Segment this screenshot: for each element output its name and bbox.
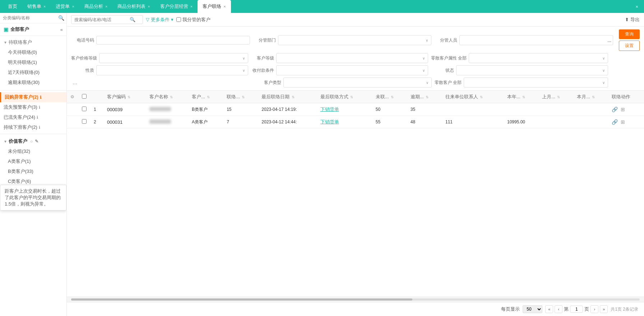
- col-contact[interactable]: 联络... ⇅: [223, 91, 258, 103]
- col-code-sort[interactable]: ⇅: [128, 95, 130, 99]
- next-page-button[interactable]: ›: [590, 305, 598, 313]
- col-unit-contact-sort[interactable]: ⇅: [480, 95, 483, 99]
- nav-home[interactable]: 首页: [3, 0, 22, 13]
- col-settings[interactable]: ⚙: [67, 91, 78, 103]
- filter-more-conditions[interactable]: ▽ 更多条件 ▾: [146, 16, 173, 23]
- row2-link-icon[interactable]: 🔗: [612, 119, 618, 125]
- row1-checkbox[interactable]: [78, 103, 90, 116]
- sidebar-item-7days[interactable]: 近7天待联络(0): [0, 67, 66, 77]
- query-button[interactable]: 查询: [619, 29, 640, 39]
- nav-product-analysis-list-close[interactable]: ×: [148, 4, 150, 9]
- waiting-group-title[interactable]: ▼ 待联络客户: [0, 37, 66, 47]
- all-customers-header[interactable]: ▣ 全部客户 «: [0, 23, 66, 36]
- value-group-refresh-icon[interactable]: ○: [30, 139, 33, 144]
- row2-code[interactable]: 000031: [103, 116, 146, 128]
- sidebar-item-tomorrow[interactable]: 明天待联络(1): [0, 57, 66, 67]
- col-this-month-sort[interactable]: ⇅: [592, 95, 595, 99]
- nav-customer-contact-close[interactable]: ×: [223, 4, 226, 9]
- col-last-contact-way-sort[interactable]: ⇅: [350, 95, 353, 99]
- row2-checkbox[interactable]: [78, 116, 90, 128]
- settings-button[interactable]: 设置: [619, 41, 640, 51]
- col-checkbox[interactable]: [78, 91, 90, 103]
- col-overdue[interactable]: 逾期... ⇅: [407, 91, 442, 103]
- col-this-month[interactable]: 本月... ⇅: [573, 91, 608, 103]
- sidebar-search-input[interactable]: [3, 15, 57, 20]
- nav-product-analysis-close[interactable]: ×: [105, 4, 107, 9]
- row1-grid-icon[interactable]: ⊞: [621, 107, 625, 112]
- filter-search-icon[interactable]: 🔍: [130, 17, 135, 22]
- col-category[interactable]: 客户... ⇅: [188, 91, 223, 103]
- row1-code[interactable]: 000039: [103, 103, 146, 116]
- nav-customer-tier[interactable]: 客户分层经营 ×: [155, 0, 198, 13]
- col-code[interactable]: 客户编码 ⇅: [103, 91, 146, 103]
- sidebar-item-today[interactable]: 今天待联络(0): [0, 47, 66, 57]
- col-last-month[interactable]: 上月... ⇅: [538, 91, 573, 103]
- col-uncontacted-sort[interactable]: ⇅: [391, 95, 394, 99]
- sidebar-item-repurchase-anomaly[interactable]: 回购异常客户(2) ℹ: [0, 92, 66, 102]
- filter-scattered-customer-select[interactable]: ∨: [464, 77, 608, 88]
- nav-purchase[interactable]: 进货单 ×: [51, 0, 79, 13]
- col-this-year-sort[interactable]: ⇅: [522, 95, 525, 99]
- col-last-month-sort[interactable]: ⇅: [557, 95, 560, 99]
- prev-page-button[interactable]: ‹: [555, 305, 562, 313]
- value-group-edit-icon[interactable]: ✎: [35, 139, 38, 144]
- nav-sales-close[interactable]: ×: [43, 4, 46, 9]
- filter-price-grade-select[interactable]: ∨: [99, 53, 248, 63]
- row1-last-contact-way[interactable]: 下销货单: [317, 103, 372, 116]
- col-overdue-sort[interactable]: ⇅: [426, 95, 428, 99]
- per-page-select[interactable]: 50 100 200: [523, 305, 542, 313]
- window-close-button[interactable]: ×: [633, 0, 641, 13]
- row2-last-contact-way-link[interactable]: 下销货单: [320, 119, 339, 124]
- col-this-year[interactable]: 本年... ⇅: [504, 91, 538, 103]
- row1-link-icon[interactable]: 🔗: [612, 107, 618, 112]
- filter-customer-grade-select[interactable]: ∨: [276, 53, 428, 63]
- sidebar-search-icon[interactable]: 🔍: [58, 15, 64, 21]
- filter-scattered-attr-select[interactable]: ∨: [469, 53, 608, 63]
- filter-nature-select[interactable]: ∨: [96, 65, 248, 75]
- value-group-title[interactable]: ▼ 价值客户 ○ ✎: [0, 136, 66, 146]
- nav-purchase-close[interactable]: ×: [72, 4, 74, 9]
- horizontal-scrollbar-track[interactable]: [71, 298, 640, 301]
- col-name-sort[interactable]: ⇅: [170, 95, 173, 99]
- filter-phone-input[interactable]: [96, 36, 250, 44]
- sidebar-item-overdue[interactable]: 逾期未联络(30): [0, 77, 66, 88]
- horizontal-scrollbar-thumb[interactable]: [71, 298, 412, 301]
- row2-grid-icon[interactable]: ⊞: [621, 119, 625, 125]
- sidebar-item-b-class[interactable]: B类客户(33): [0, 166, 66, 176]
- col-last-contact-way[interactable]: 最后联络方式 ⇅: [317, 91, 372, 103]
- col-name[interactable]: 客户名称 ⇅: [146, 91, 188, 103]
- sidebar-item-declining[interactable]: 持续下滑客户(2) ℹ: [0, 122, 66, 132]
- my-customers-checkbox-label[interactable]: 我分管的客户: [176, 16, 210, 23]
- row1-last-contact-way-link[interactable]: 下销货单: [320, 107, 339, 112]
- export-button[interactable]: ⬆ 导出: [625, 16, 640, 23]
- filter-manager-select[interactable]: ...: [459, 35, 613, 45]
- sidebar-item-lost[interactable]: 已流失客户(24) ℹ: [0, 112, 66, 122]
- col-uncontacted[interactable]: 未联... ⇅: [372, 91, 407, 103]
- first-page-button[interactable]: «: [545, 305, 553, 313]
- filter-payment-select[interactable]: ∨: [276, 65, 428, 75]
- sidebar-item-a-class[interactable]: A类客户(1): [0, 156, 66, 166]
- select-all-checkbox[interactable]: [82, 94, 87, 99]
- row2-select-checkbox[interactable]: [82, 119, 87, 124]
- filter-dept-select[interactable]: ∨: [278, 35, 432, 45]
- col-contact-sort[interactable]: ⇅: [242, 95, 245, 99]
- sidebar-collapse-btn[interactable]: «: [60, 27, 63, 32]
- sidebar-item-lost-warning[interactable]: 流失预警客户(3) ℹ: [0, 102, 66, 112]
- my-customers-checkbox[interactable]: [176, 17, 181, 22]
- nav-customer-contact[interactable]: 客户联络 ×: [198, 0, 231, 13]
- nav-sales[interactable]: 销售单 ×: [22, 0, 51, 13]
- page-number-input[interactable]: [570, 306, 583, 313]
- filter-customer-type-select[interactable]: ∨: [283, 77, 432, 88]
- filter-more-dots[interactable]: ...: [71, 79, 79, 86]
- col-category-sort[interactable]: ⇅: [207, 95, 210, 99]
- col-unit-contact[interactable]: 往来单位联系人 ⇅: [442, 91, 504, 103]
- last-page-button[interactable]: »: [600, 305, 608, 313]
- filter-status-select[interactable]: ∨: [456, 65, 608, 75]
- nav-product-analysis-list[interactable]: 商品分析列表 ×: [112, 0, 155, 13]
- filter-manager-dots[interactable]: ...: [607, 38, 611, 43]
- row2-last-contact-way[interactable]: 下销货单: [317, 116, 372, 128]
- col-last-contact-date[interactable]: 最后联络日期 ⇅: [258, 91, 316, 103]
- filter-search-input[interactable]: [74, 17, 128, 22]
- nav-product-analysis[interactable]: 商品分析 ×: [79, 0, 112, 13]
- sidebar-item-ungrouped[interactable]: 未分组(32): [0, 146, 66, 156]
